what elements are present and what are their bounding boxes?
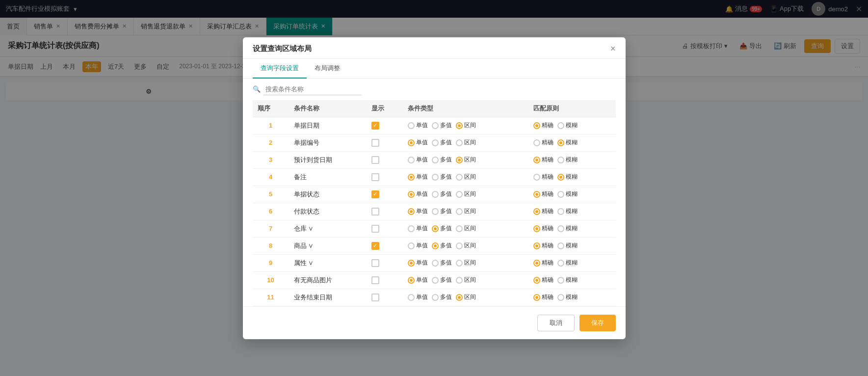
type-radio-type_single[interactable]: 单值 bbox=[408, 156, 428, 164]
display-checkbox[interactable] bbox=[371, 259, 379, 267]
display-checkbox[interactable] bbox=[371, 122, 379, 130]
match-radio-match_exact[interactable]: 精确 bbox=[533, 293, 553, 301]
type-radio-type_single[interactable]: 单值 bbox=[408, 259, 428, 267]
match-radio-match_exact[interactable]: 精确 bbox=[533, 138, 553, 147]
cell-name: 备注 bbox=[289, 168, 367, 186]
cell-display[interactable] bbox=[367, 271, 403, 289]
match-radio-match_exact[interactable]: 精确 bbox=[533, 156, 553, 164]
modal-search-input[interactable] bbox=[263, 83, 362, 95]
type-radio-type_single[interactable]: 单值 bbox=[408, 293, 428, 301]
match-radio-match_exact[interactable]: 精确 bbox=[533, 259, 553, 267]
type-radio-type_multi[interactable]: 多值 bbox=[432, 173, 452, 181]
modal-tab-layout[interactable]: 布局调整 bbox=[307, 59, 348, 79]
cell-display[interactable] bbox=[367, 117, 403, 134]
cell-name: 付款状态 bbox=[289, 203, 367, 220]
cell-type: 单值多值区间 bbox=[403, 220, 528, 237]
cell-match: 精确模糊 bbox=[528, 220, 615, 237]
cell-display[interactable] bbox=[367, 168, 403, 186]
type-radio-type_range[interactable]: 区间 bbox=[456, 173, 476, 181]
match-radio-match_fuzzy[interactable]: 模糊 bbox=[557, 242, 578, 250]
type-radio-type_range[interactable]: 区间 bbox=[456, 242, 476, 250]
type-radio-type_range[interactable]: 区间 bbox=[456, 138, 476, 147]
modal-footer: 取消 保存 bbox=[243, 306, 626, 339]
match-radio-match_fuzzy[interactable]: 模糊 bbox=[557, 190, 578, 198]
table-row: 11业务结束日期单值多值区间精确模糊 bbox=[253, 289, 616, 306]
type-radio-type_multi[interactable]: 多值 bbox=[432, 242, 452, 250]
cell-name: 单据编号 bbox=[289, 134, 367, 151]
type-radio-type_multi[interactable]: 多值 bbox=[432, 293, 452, 301]
cell-display[interactable] bbox=[367, 254, 403, 271]
type-radio-type_single[interactable]: 单值 bbox=[408, 207, 428, 215]
type-radio-type_single[interactable]: 单值 bbox=[408, 276, 428, 284]
cell-display[interactable] bbox=[367, 134, 403, 151]
cell-display[interactable] bbox=[367, 151, 403, 168]
cell-display[interactable] bbox=[367, 220, 403, 237]
cancel-button[interactable]: 取消 bbox=[537, 315, 575, 331]
type-radio-type_multi[interactable]: 多值 bbox=[432, 207, 452, 215]
match-radio-match_fuzzy[interactable]: 模糊 bbox=[557, 207, 578, 215]
type-radio-type_multi[interactable]: 多值 bbox=[432, 259, 452, 267]
match-radio-match_exact[interactable]: 精确 bbox=[533, 173, 553, 181]
match-radio-match_fuzzy[interactable]: 模糊 bbox=[557, 156, 578, 164]
match-radio-match_exact[interactable]: 精确 bbox=[533, 190, 553, 198]
match-radio-match_fuzzy[interactable]: 模糊 bbox=[557, 224, 578, 233]
type-radio-type_multi[interactable]: 多值 bbox=[432, 276, 452, 284]
match-radio-match_exact[interactable]: 精确 bbox=[533, 121, 553, 130]
type-radio-type_single[interactable]: 单值 bbox=[408, 224, 428, 233]
type-radio-type_single[interactable]: 单值 bbox=[408, 190, 428, 198]
cell-match: 精确模糊 bbox=[528, 168, 615, 186]
table-row: 1单据日期单值多值区间精确模糊 bbox=[253, 117, 616, 134]
display-checkbox[interactable] bbox=[371, 173, 379, 181]
match-radio-match_exact[interactable]: 精确 bbox=[533, 207, 553, 215]
modal-close-button[interactable]: × bbox=[610, 44, 616, 53]
display-checkbox[interactable] bbox=[371, 242, 379, 250]
type-radio-type_range[interactable]: 区间 bbox=[456, 207, 476, 215]
type-radio-type_single[interactable]: 单值 bbox=[408, 242, 428, 250]
modal-title: 设置查询区域布局 bbox=[253, 44, 312, 54]
match-radio-match_fuzzy[interactable]: 模糊 bbox=[557, 121, 578, 130]
display-checkbox[interactable] bbox=[371, 139, 379, 147]
match-radio-match_fuzzy[interactable]: 模糊 bbox=[557, 293, 578, 301]
th-order: 顺序 bbox=[253, 100, 289, 117]
type-radio-type_range[interactable]: 区间 bbox=[456, 293, 476, 301]
type-radio-type_range[interactable]: 区间 bbox=[456, 224, 476, 233]
type-radio-type_single[interactable]: 单值 bbox=[408, 138, 428, 147]
display-checkbox[interactable] bbox=[371, 156, 379, 164]
match-radio-match_exact[interactable]: 精确 bbox=[533, 242, 553, 250]
cell-display[interactable] bbox=[367, 186, 403, 203]
display-checkbox[interactable] bbox=[371, 276, 379, 284]
cell-display[interactable] bbox=[367, 289, 403, 306]
type-radio-type_multi[interactable]: 多值 bbox=[432, 224, 452, 233]
cell-type: 单值多值区间 bbox=[403, 237, 528, 254]
type-radio-type_range[interactable]: 区间 bbox=[456, 190, 476, 198]
cell-display[interactable] bbox=[367, 203, 403, 220]
cell-display[interactable] bbox=[367, 237, 403, 254]
match-radio-match_fuzzy[interactable]: 模糊 bbox=[557, 138, 578, 147]
match-radio-match_exact[interactable]: 精确 bbox=[533, 276, 553, 284]
display-checkbox[interactable] bbox=[371, 225, 379, 233]
match-radio-match_fuzzy[interactable]: 模糊 bbox=[557, 259, 578, 267]
type-radio-type_range[interactable]: 区间 bbox=[456, 156, 476, 164]
cell-type: 单值多值区间 bbox=[403, 134, 528, 151]
type-radio-type_multi[interactable]: 多值 bbox=[432, 190, 452, 198]
display-checkbox[interactable] bbox=[371, 208, 379, 215]
type-radio-type_range[interactable]: 区间 bbox=[456, 276, 476, 284]
type-radio-type_single[interactable]: 单值 bbox=[408, 173, 428, 181]
match-radio-match_fuzzy[interactable]: 模糊 bbox=[557, 173, 578, 181]
modal-search-icon: 🔍 bbox=[253, 85, 261, 93]
match-radio-match_exact[interactable]: 精确 bbox=[533, 224, 553, 233]
display-checkbox[interactable] bbox=[371, 294, 379, 301]
modal-overlay: 设置查询区域布局 × 查询字段设置 布局调整 🔍 顺序 条件名称 显示 条件类型 bbox=[0, 0, 868, 376]
type-radio-type_multi[interactable]: 多值 bbox=[432, 121, 452, 130]
display-checkbox[interactable] bbox=[371, 190, 379, 198]
type-radio-type_single[interactable]: 单值 bbox=[408, 121, 428, 130]
match-radio-match_fuzzy[interactable]: 模糊 bbox=[557, 276, 578, 284]
modal-tab-query[interactable]: 查询字段设置 bbox=[253, 59, 307, 79]
th-match: 匹配原则 bbox=[528, 100, 615, 117]
cell-name: 有无商品图片 bbox=[289, 271, 367, 289]
save-button[interactable]: 保存 bbox=[579, 315, 616, 331]
type-radio-type_multi[interactable]: 多值 bbox=[432, 138, 452, 147]
type-radio-type_multi[interactable]: 多值 bbox=[432, 156, 452, 164]
type-radio-type_range[interactable]: 区间 bbox=[456, 121, 476, 130]
type-radio-type_range[interactable]: 区间 bbox=[456, 259, 476, 267]
